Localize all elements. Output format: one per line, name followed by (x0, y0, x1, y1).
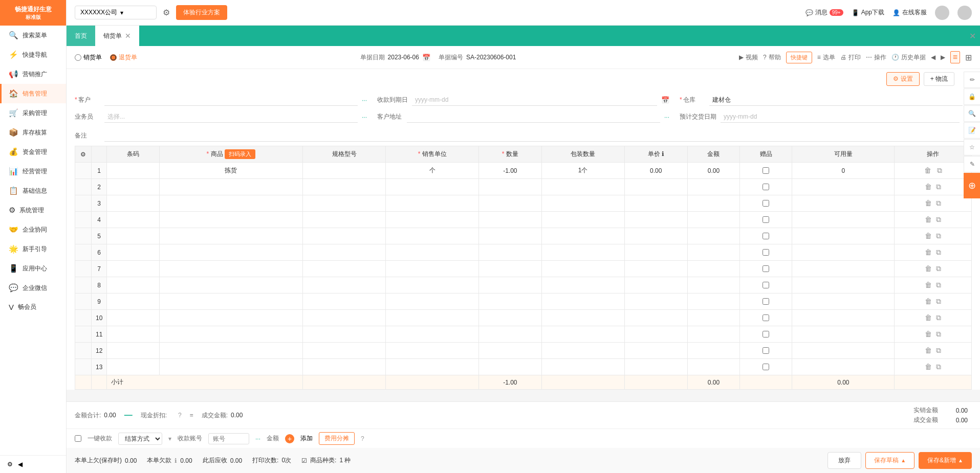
unit-cell[interactable]: 个 (386, 163, 479, 179)
delete-row-button[interactable]: 🗑 (923, 263, 934, 274)
amount-cell[interactable]: 0.00 (687, 163, 739, 179)
quantity-cell[interactable]: -1.00 (479, 163, 541, 179)
info-icon[interactable]: ℹ (175, 457, 177, 464)
customer-dots[interactable]: ··· (362, 97, 367, 104)
copy-row-button[interactable]: ⧉ (934, 280, 943, 290)
side-lock-icon[interactable]: 🔒 (964, 88, 980, 105)
sidebar-item-sales[interactable]: 🏠 销售管理 (0, 84, 66, 103)
copy-row-button[interactable]: ⧉ (934, 198, 943, 209)
discard-button[interactable]: 放弃 (827, 452, 861, 469)
barcode-cell[interactable] (107, 163, 159, 179)
delete-row-button[interactable]: 🗑 (923, 312, 934, 323)
copy-row-button[interactable]: ⧉ (934, 329, 943, 340)
delete-row-button[interactable]: 🗑 (923, 247, 934, 257)
delivery-date-input[interactable] (721, 111, 960, 123)
tab-close-icon[interactable]: ✕ (125, 32, 131, 40)
delete-row-button[interactable]: 🗑 (923, 231, 934, 241)
flow-button[interactable]: + 物流 + 物流 (924, 72, 954, 86)
pack-qty-cell[interactable]: 1个 (541, 163, 624, 179)
delete-row-button[interactable]: 🗑 (923, 214, 934, 224)
calendar-icon[interactable]: 📅 (422, 54, 430, 61)
sidebar-item-operations[interactable]: 📊 经营管理 (0, 162, 66, 181)
sidebar-item-basics[interactable]: 📋 基础信息 (0, 181, 66, 200)
help-link[interactable]: ? 帮助 (763, 53, 781, 62)
delete-row-button[interactable]: 🗑 (923, 345, 934, 355)
avatar[interactable] (935, 6, 949, 20)
operate-link[interactable]: ⋯ 操作 (866, 53, 886, 62)
copy-row-button[interactable]: ⧉ (934, 362, 943, 372)
view-toggle-2[interactable]: ⊞ (965, 53, 972, 62)
customer-address-input[interactable] (407, 111, 660, 123)
delete-row-button[interactable]: 🗑 (923, 280, 934, 290)
radio-sale[interactable]: 销货单 (75, 53, 102, 62)
view-toggle-1[interactable]: ≡ (950, 51, 960, 63)
copy-row-button[interactable]: ⧉ (934, 182, 943, 192)
save-new-button[interactable]: 保存&新增 ▲ (919, 452, 972, 469)
sidebar-item-newbie[interactable]: 🌟 新手引导 (0, 239, 66, 259)
salesperson-input[interactable] (104, 111, 358, 123)
sidebar-item-wechat[interactable]: 💬 企业微信 (0, 278, 66, 298)
nav-prev-icon[interactable]: ◀ (931, 54, 935, 61)
nav-next-icon[interactable]: ▶ (941, 54, 945, 61)
shortcut-button[interactable]: 快捷键 (786, 52, 812, 63)
messages-btn[interactable]: 💬 消息 99+ (805, 8, 843, 17)
select-link[interactable]: ≡ 选单 (817, 53, 835, 62)
side-add-icon[interactable]: ⊕ (964, 173, 980, 198)
delete-row-button[interactable]: 🗑 (923, 296, 934, 306)
notes-input[interactable] (104, 130, 972, 142)
product-cell[interactable]: 拣货 (159, 163, 302, 179)
copy-row-button[interactable]: ⧉ (934, 231, 943, 241)
settings-icon[interactable]: ⚙ (163, 8, 170, 17)
sidebar-item-marketing[interactable]: 📢 营销推广 (0, 64, 66, 84)
delete-row-button[interactable]: 🗑 (923, 198, 934, 208)
salesperson-dots[interactable]: ··· (362, 114, 367, 121)
company-selector[interactable]: XXXXXX公司 ▾ (75, 6, 157, 19)
side-pencil-icon[interactable]: ✎ (964, 156, 980, 172)
window-close-button[interactable]: ✕ (969, 31, 976, 41)
copy-row-button[interactable]: ⧉ (934, 263, 943, 274)
delete-row-button[interactable]: 🗑 (923, 182, 934, 192)
tab-sales-order[interactable]: 销货单 ✕ (95, 26, 139, 46)
sidebar-item-membership[interactable]: V 畅会员 (0, 298, 66, 317)
save-draft-button[interactable]: 保存草稿 ▲ (865, 452, 914, 469)
delete-row-button[interactable]: 🗑 (923, 329, 934, 339)
sidebar-item-system[interactable]: ⚙ 系统管理 (0, 200, 66, 220)
account-dots[interactable]: ··· (255, 435, 260, 442)
account-input[interactable] (208, 433, 249, 444)
sidebar-item-search[interactable]: 🔍 搜索菜单 (0, 26, 66, 45)
unit-price-cell[interactable]: 0.00 (624, 163, 687, 179)
delete-row-button[interactable]: 🗑 (922, 165, 933, 175)
online-service-btn[interactable]: 👤 在线客服 (892, 8, 927, 17)
radio-return[interactable]: 退货单 (110, 53, 137, 62)
question-icon[interactable]: ? (178, 412, 182, 419)
side-note-icon[interactable]: 📝 (964, 122, 980, 139)
copy-row-button[interactable]: ⧉ (935, 165, 944, 176)
add-payment-button[interactable]: + (285, 434, 294, 443)
sidebar-item-finance[interactable]: 💰 资金管理 (0, 142, 66, 162)
history-link[interactable]: 🕐 历史单据 (891, 53, 926, 62)
video-link[interactable]: ▶ 视频 (739, 53, 758, 62)
trial-button[interactable]: 体验行业方案 (176, 5, 227, 20)
customer-input[interactable] (104, 94, 358, 106)
sidebar-item-app-center[interactable]: 📱 应用中心 (0, 259, 66, 278)
copy-row-button[interactable]: ⧉ (934, 312, 943, 323)
gear-icon[interactable]: ⚙ (7, 461, 13, 468)
expense-button[interactable]: 费用分摊 (319, 432, 355, 445)
address-dots[interactable]: ··· (664, 114, 669, 121)
payment-due-input[interactable] (412, 94, 657, 106)
spec-cell[interactable] (302, 163, 385, 179)
tab-home[interactable]: 首页 (67, 26, 95, 46)
print-link[interactable]: 🖨 打印 (840, 53, 861, 62)
delete-row-button[interactable]: 🗑 (923, 362, 934, 372)
copy-row-button[interactable]: ⧉ (934, 296, 943, 307)
sidebar-item-inventory[interactable]: 📦 库存核算 (0, 123, 66, 142)
payment-calendar-icon[interactable]: 📅 (661, 96, 669, 104)
scan-button[interactable]: 扫码录入 (225, 149, 255, 159)
calc-method-select[interactable]: 结算方式 (118, 433, 162, 445)
copy-row-button[interactable]: ⧉ (934, 214, 943, 225)
expense-help-icon[interactable]: ? (361, 435, 364, 442)
warehouse-input[interactable] (709, 94, 963, 106)
one-click-checkbox[interactable] (75, 435, 81, 442)
sidebar-item-quick-nav[interactable]: ⚡ 快捷导航 (0, 45, 66, 64)
collapse-icon[interactable]: ◀ (18, 461, 23, 468)
